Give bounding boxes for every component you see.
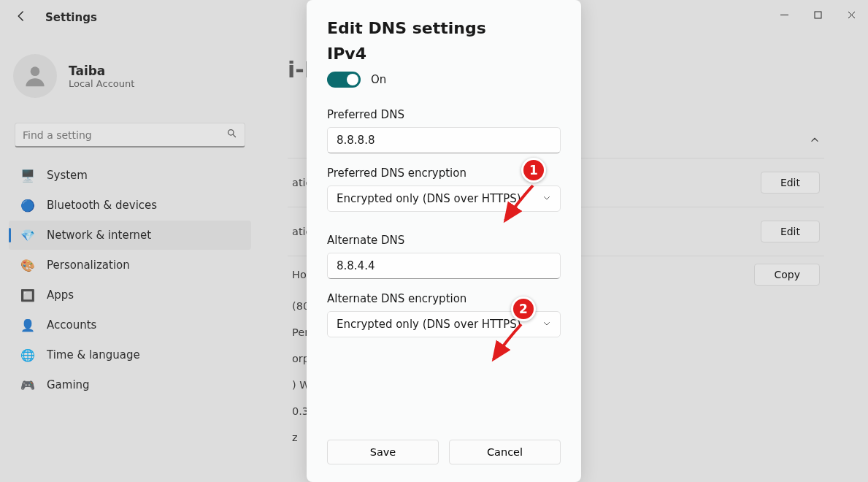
- toggle-state-label: On: [371, 73, 386, 86]
- edit-dns-dialog: Edit DNS settings IPv4 On Preferred DNS …: [307, 0, 581, 482]
- select-value: Encrypted only (DNS over HTTPS): [337, 192, 521, 205]
- badge-number: 1: [521, 158, 546, 183]
- input-value: 8.8.4.4: [337, 259, 375, 272]
- dialog-subtitle: IPv4: [327, 45, 561, 63]
- preferred-dns-input[interactable]: 8.8.8.8: [327, 127, 561, 153]
- annotation-arrow-1: [496, 180, 548, 231]
- annotation-badge-2: 2: [511, 297, 536, 321]
- badge-number: 2: [511, 297, 536, 321]
- alternate-dns-label: Alternate DNS: [327, 234, 561, 247]
- save-button[interactable]: Save: [327, 440, 439, 464]
- annotation-arrow-2: [485, 318, 536, 370]
- input-value: 8.8.8.8: [337, 134, 375, 147]
- dialog-title: Edit DNS settings: [327, 19, 561, 37]
- annotation-badge-1: 1: [521, 158, 546, 183]
- alternate-dns-input[interactable]: 8.8.4.4: [327, 253, 561, 279]
- preferred-dns-label: Preferred DNS: [327, 108, 561, 121]
- ipv4-toggle[interactable]: [327, 72, 361, 88]
- cancel-button[interactable]: Cancel: [449, 440, 561, 464]
- chevron-down-icon: [542, 318, 551, 331]
